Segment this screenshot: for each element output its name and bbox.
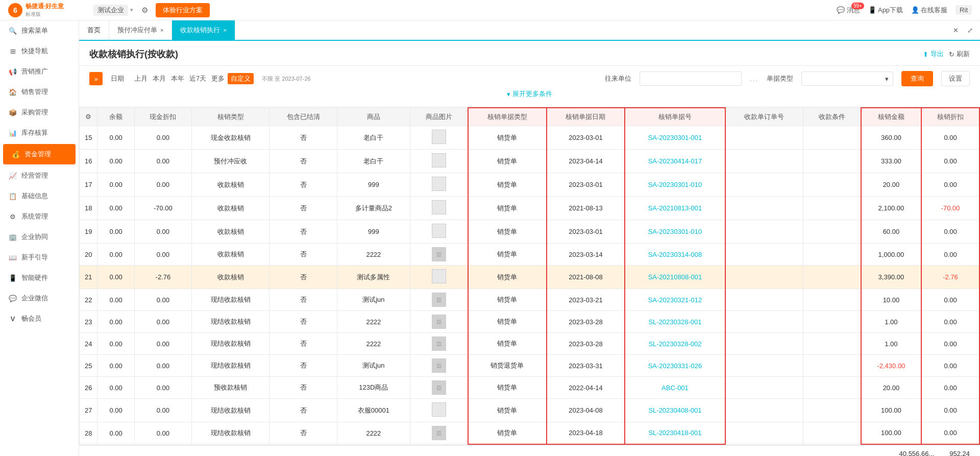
bill-no-link[interactable]: SA-20230331-026 <box>648 362 702 370</box>
cell-bill-no[interactable]: SA-20230301-001 <box>625 126 725 150</box>
filter-area: » 日期 上月 本月 本年 近7天 更多 自定义 不限 至 2023-07-26… <box>79 66 980 107</box>
sidebar-item-marketing[interactable]: 📢 营销推广 <box>0 61 79 82</box>
bill-no-link[interactable]: SA-20230301-001 <box>648 134 702 141</box>
tab-expand-icon[interactable]: ⤢ <box>964 24 976 36</box>
cell-bill-no[interactable]: SL-20230328-001 <box>625 311 725 333</box>
date-option-this-month[interactable]: 本月 <box>151 73 168 84</box>
cell-bill-no[interactable]: SA-20230301-010 <box>625 173 725 197</box>
cell-goods: 测试多属性 <box>337 266 410 289</box>
cell-receipt-order-no <box>725 289 803 311</box>
sidebar-item-operation[interactable]: 📈 经营管理 <box>0 165 79 186</box>
cell-receipt-order-no <box>725 150 803 173</box>
bill-no-link[interactable]: SL-20230408-001 <box>648 406 701 414</box>
refresh-button[interactable]: ↻ 刷新 <box>949 50 970 59</box>
app-download-link[interactable]: 📱 App下载 <box>868 6 903 15</box>
date-option-more[interactable]: 更多 <box>209 73 227 84</box>
username: Rit <box>960 6 968 14</box>
cell-bill-no[interactable]: SL-20230408-001 <box>625 399 725 422</box>
bill-no-link[interactable]: SL-20230418-001 <box>648 429 701 437</box>
bill-no-link[interactable]: ABC-001 <box>662 384 689 392</box>
cell-bill-no[interactable]: SL-20230418-001 <box>625 422 725 444</box>
sidebar-item-finance[interactable]: 💰 资金管理 <box>3 144 76 164</box>
header-actions: ⬆ 导出 ↻ 刷新 <box>923 50 970 59</box>
sidebar-item-purchase[interactable]: 📦 采购管理 <box>0 102 79 123</box>
bill-type-select[interactable]: ▾ <box>801 71 893 86</box>
cell-bill-no[interactable]: SA-20230331-026 <box>625 355 725 377</box>
sidebar-item-basic[interactable]: 📋 基础信息 <box>0 186 79 206</box>
cell-bill-no[interactable]: SA-20230314-008 <box>625 244 725 266</box>
bill-no-link[interactable]: SA-20210813-001 <box>648 204 702 212</box>
cell-balance: 0.00 <box>97 220 134 244</box>
cell-bill-no[interactable]: SA-20230301-010 <box>625 220 725 244</box>
date-option-7days[interactable]: 近7天 <box>187 73 208 84</box>
user-area[interactable]: Rit <box>955 5 972 15</box>
cell-cash-discount: 0.00 <box>134 244 191 266</box>
tab-home[interactable]: 首页 <box>79 20 109 40</box>
sidebar-item-member[interactable]: V 畅会员 <box>0 308 79 329</box>
tab-collection-close[interactable]: × <box>223 27 226 33</box>
sidebar-item-wechat[interactable]: 💬 企业微信 <box>0 288 79 308</box>
sidebar-item-sales[interactable]: 🏠 销售管理 <box>0 82 79 102</box>
cell-receipt-cond <box>803 197 861 220</box>
bill-no-link[interactable]: SA-20230414-017 <box>648 157 702 165</box>
cell-bill-type: 销货单 <box>468 377 547 399</box>
date-option-custom[interactable]: 自定义 <box>228 73 254 84</box>
bill-no-link[interactable]: SA-20210808-001 <box>648 273 702 281</box>
app-icon: 📱 <box>868 6 876 14</box>
sidebar-item-guide[interactable]: 📖 新手引导 <box>0 247 79 268</box>
settings-icon-btn[interactable]: ⚙ <box>137 3 152 17</box>
cell-cancel-type: 收款核销 <box>192 173 270 197</box>
bill-no-link[interactable]: SA-20230301-010 <box>648 228 702 235</box>
sidebar-item-hardware[interactable]: 📱 智能硬件 <box>0 268 79 288</box>
date-option-this-year[interactable]: 本年 <box>169 73 186 84</box>
export-button[interactable]: ⬆ 导出 <box>923 50 944 59</box>
tab-prepay[interactable]: 预付冲应付单 × <box>109 20 172 40</box>
setting-button[interactable]: 设置 <box>941 71 970 86</box>
table-header: ⚙ 余额 现金折扣 核销类型 包含已结清 商品 商品图片 核销单据类型 核销单据… <box>80 108 980 126</box>
goods-image-placeholder <box>432 177 446 191</box>
company-name-area[interactable]: 测试企业 ▾ <box>93 5 133 16</box>
industry-btn[interactable]: 体验行业方案 <box>156 3 210 17</box>
cell-bill-no[interactable]: SA-20210808-001 <box>625 266 725 289</box>
query-button[interactable]: 查询 <box>901 71 933 86</box>
tab-prepay-close[interactable]: × <box>160 27 163 33</box>
from-unit-input[interactable] <box>640 71 742 86</box>
tab-prepay-label: 预付冲应付单 <box>117 26 157 35</box>
from-unit-label: 往来单位 <box>605 74 631 83</box>
cell-receipt-cond <box>803 150 861 173</box>
cell-balance: 0.00 <box>97 150 134 173</box>
corp-icon: 🏢 <box>8 232 17 242</box>
online-service-link[interactable]: 👤 在线客服 <box>911 6 947 15</box>
money-icon: 💰 <box>11 150 20 159</box>
sidebar-item-search[interactable]: 🔍 搜索菜单 <box>0 20 79 41</box>
cell-bill-type: 销货退货单 <box>468 355 547 377</box>
sidebar-item-system[interactable]: ⚙ 系统管理 <box>0 206 79 227</box>
bill-no-link[interactable]: SA-20230314-008 <box>648 251 702 258</box>
bill-no-link[interactable]: SA-20230301-010 <box>648 181 702 188</box>
sidebar-item-inventory[interactable]: 📊 库存核算 <box>0 123 79 143</box>
sidebar-item-label: 企业协同 <box>21 232 48 242</box>
sidebar-item-quick[interactable]: ⊞ 快捷导航 <box>0 41 79 61</box>
bill-no-link[interactable]: SL-20230328-001 <box>648 318 701 326</box>
tab-close-all-icon[interactable]: ✕ <box>949 24 962 36</box>
bill-no-link[interactable]: SL-20230328-002 <box>648 340 701 348</box>
sidebar-item-corp[interactable]: 🏢 企业协同 <box>0 227 79 247</box>
cell-cancel-amount: 333.00 <box>861 150 921 173</box>
message-area[interactable]: 💬 消息 99+ <box>837 6 860 15</box>
cell-bill-no[interactable]: SA-20230414-017 <box>625 150 725 173</box>
sidebar-item-label: 快捷导航 <box>21 46 48 56</box>
cell-bill-no[interactable]: SA-20210813-001 <box>625 197 725 220</box>
home-icon: 🏠 <box>8 87 17 97</box>
cell-receipt-cond <box>803 289 861 311</box>
filter-expand-button[interactable]: » <box>89 72 103 85</box>
tab-collection[interactable]: 收款核销执行 × <box>172 20 235 40</box>
cell-bill-no[interactable]: ABC-001 <box>625 377 725 399</box>
date-option-last-month[interactable]: 上月 <box>132 73 150 84</box>
sidebar-item-label: 营销推广 <box>21 67 48 76</box>
expand-more-bar[interactable]: ▾ 展开更多条件 <box>89 86 970 102</box>
col-settings[interactable]: ⚙ <box>80 108 97 126</box>
bill-no-link[interactable]: SA-20230321-012 <box>648 296 702 304</box>
cell-bill-no[interactable]: SA-20230321-012 <box>625 289 725 311</box>
cell-bill-no[interactable]: SL-20230328-002 <box>625 333 725 355</box>
cell-balance: 0.00 <box>97 197 134 220</box>
